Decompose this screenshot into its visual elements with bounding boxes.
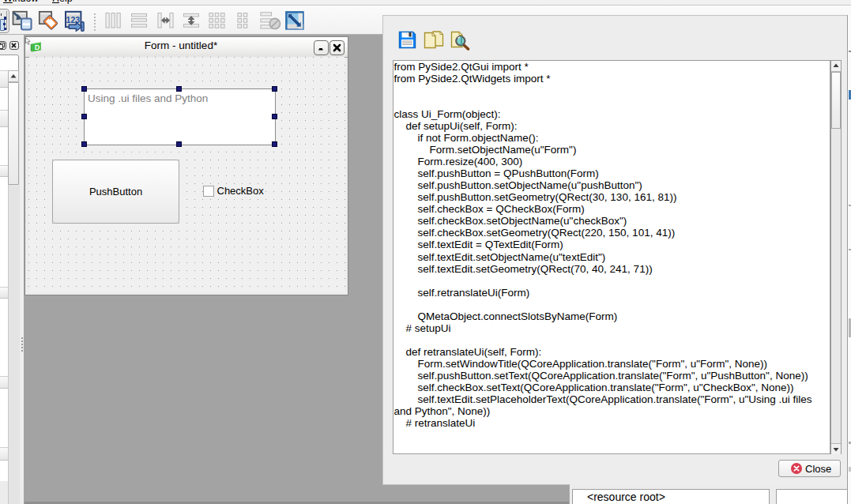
svg-text:123: 123	[66, 15, 81, 24]
